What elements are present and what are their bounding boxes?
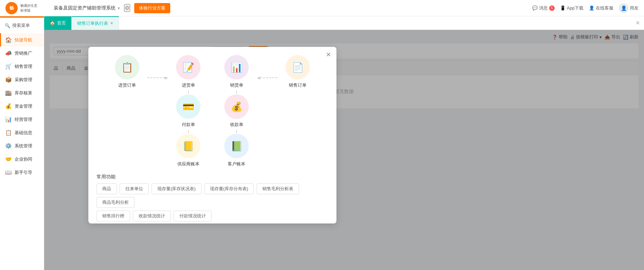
app-download-button[interactable]: 📱 App下载	[560, 5, 584, 11]
logo-area: 畅 畅通好生意标准版	[5, 2, 50, 14]
sidebar-item-system[interactable]: ⚙️系统管理	[0, 139, 44, 152]
sidebar-item-label-sales: 销售管理	[15, 64, 32, 70]
sidebar-item-icon-quick-nav: 🏠	[5, 37, 12, 43]
sp2	[147, 134, 168, 167]
sidebar-item-label-enterprise: 企业协同	[15, 156, 32, 162]
arrow-po-to-pb: ▶	[147, 75, 168, 80]
customer-icon-circle: 📗	[224, 134, 249, 158]
flow-node-sales-bill: 📊 销货单	[216, 55, 257, 88]
sidebar-item-purchase[interactable]: 📦采购管理	[0, 73, 44, 86]
receipt-label: 收款单	[230, 122, 243, 128]
sales-order-icon-circle: 📄	[285, 55, 310, 79]
search-menu-button[interactable]: 🔍 搜索菜单	[3, 20, 41, 31]
sidebar-item-icon-sales: 🛒	[5, 63, 12, 70]
logo-icon: 畅	[5, 2, 18, 14]
payment-label: 付款单	[182, 122, 195, 128]
trial-button[interactable]: 体验行业方案	[134, 3, 170, 13]
modal-close-button[interactable]: ✕	[326, 51, 331, 58]
da-pay: ↓	[168, 128, 209, 134]
search-icon: 🔍	[5, 23, 10, 28]
download-icon: 📱	[560, 5, 565, 11]
func-btn-现存量(库存分布表)[interactable]: 现存量(库存分布表)	[204, 183, 254, 194]
flow-row-3: 📒 供应商账本 📗 客户账本	[97, 134, 328, 167]
sidebar-item-inventory[interactable]: 🏬库存核算	[0, 86, 44, 100]
sales-order-label: 销售订单	[289, 82, 307, 88]
func-btn-往来单位[interactable]: 往来单位	[120, 183, 149, 194]
dropdown-arrow-icon[interactable]: ▾	[118, 5, 120, 11]
sidebar-item-label-marketing: 营销推广	[15, 50, 32, 56]
sidebar-item-icon-purchase: 📦	[5, 76, 12, 83]
func-btn-销售毛利分析表[interactable]: 销售毛利分析表	[257, 183, 299, 194]
spacer10	[277, 94, 318, 128]
close-all-icon[interactable]: ✕	[636, 20, 640, 26]
payment-icon: 💳	[182, 101, 194, 112]
sidebar-item-label-operation: 经营管理	[15, 116, 32, 123]
sales-bill-icon: 📊	[231, 62, 243, 73]
spacer8	[209, 94, 216, 128]
spacer5	[277, 88, 318, 94]
common-func-title: 常用功能	[97, 174, 328, 180]
tab-close-all[interactable]: ✕	[636, 20, 644, 26]
func-btn-商品毛利分析[interactable]: 商品毛利分析	[97, 197, 135, 208]
tab-home[interactable]: 🏠 首页	[44, 16, 72, 30]
spacer4	[257, 88, 277, 94]
flow-node-payment: 💳 付款单	[168, 94, 209, 128]
flow-diagram: 📋 进货订单 ▶	[97, 55, 328, 167]
sidebar-item-label-system: 系统管理	[15, 143, 32, 149]
sales-order-icon: 📄	[292, 62, 304, 73]
sidebar-item-icon-inventory: 🏬	[5, 90, 12, 96]
logo-text: 畅通好生意标准版	[20, 3, 37, 13]
sidebar-item-quick-nav[interactable]: 🏠快捷导航	[0, 33, 44, 47]
top-bar: 畅 畅通好生意标准版 装备及固定资产辅助管理系统 ▾ ⚙ 体验行业方案 💬 消息…	[0, 0, 644, 16]
sidebar-item-sales[interactable]: 🛒销售管理	[0, 60, 44, 73]
sidebar-item-enterprise[interactable]: 🤝企业协同	[0, 152, 44, 166]
sidebar-item-icon-basic: 📋	[5, 129, 12, 136]
tab-close-button[interactable]: ✕	[110, 21, 113, 25]
online-service-button[interactable]: 👤 在线客服	[589, 5, 613, 11]
func-btn-现存量(库存状况表)[interactable]: 现存量(库存状况表)	[152, 183, 202, 194]
supplier-label: 供应商账本	[177, 161, 199, 167]
sidebar-item-label-finance: 资金管理	[15, 103, 32, 109]
page-content: ❓ 帮助 🖨 按模板打印 ▾ 📤 导出 🔄 刷新	[44, 30, 644, 270]
message-badge: 5	[549, 5, 555, 11]
down-arrow-purchase-bill-icon: ↓	[187, 88, 190, 94]
flow-row-arrows2: ↓ ↓	[97, 128, 328, 134]
down-arrow-sales-bill-icon: ↓	[235, 88, 238, 94]
sidebar-item-icon-finance: 💰	[5, 103, 12, 109]
flow-node-customer: 📗 客户账本	[216, 134, 257, 167]
purchase-order-icon: 📋	[121, 62, 133, 73]
home-icon: 🏠	[50, 20, 55, 25]
app-container: 畅 畅通好生意标准版 装备及固定资产辅助管理系统 ▾ ⚙ 体验行业方案 💬 消息…	[0, 0, 644, 270]
message-button[interactable]: 💬 消息 5	[532, 5, 555, 11]
flow-node-sales-order: 📄 销售订单	[277, 55, 318, 88]
main-area: 🔍 搜索菜单 🏠快捷导航📣营销推广🛒销售管理📦采购管理🏬库存核算💰资金管理📊经营…	[0, 16, 644, 270]
tab-sales-order[interactable]: 销售订单执行表 ✕	[72, 16, 119, 30]
settings-gear-button[interactable]: ⚙	[124, 4, 130, 12]
arrow-so-to-sb: ◀	[257, 75, 277, 80]
content-area: 🏠 首页 销售订单执行表 ✕ ✕ ❓ 帮助	[44, 16, 644, 270]
spacer2	[147, 88, 168, 94]
sidebar-item-basic[interactable]: 📋基础信息	[0, 126, 44, 139]
sidebar-item-label-newbie: 新手引导	[15, 169, 32, 176]
flow-row-2: 💳 付款单 💰 收款单	[97, 94, 328, 128]
sidebar-item-finance[interactable]: 💰资金管理	[0, 100, 44, 113]
spacer1	[107, 88, 147, 94]
sidebar-item-icon-operation: 📊	[5, 116, 12, 123]
sidebar-item-operation[interactable]: 📊经营管理	[0, 113, 44, 126]
func-btn-销售排行榜[interactable]: 销售排行榜	[97, 211, 130, 221]
func-buttons-row2: 销售排行榜收款情况统计付款情况统计	[97, 211, 328, 221]
sp3	[209, 134, 216, 167]
sidebar-item-label-purchase: 采购管理	[15, 77, 32, 83]
s3	[209, 128, 216, 134]
func-btn-收款情况统计[interactable]: 收款情况统计	[133, 211, 171, 221]
sidebar-item-newbie[interactable]: 📖新手引导	[0, 166, 44, 179]
modal-overlay[interactable]: ✕ 📋 进货订单	[44, 30, 644, 270]
func-btn-付款情况统计[interactable]: 付款情况统计	[174, 211, 212, 221]
supplier-icon-circle: 📒	[176, 134, 201, 158]
purchase-order-label: 进货订单	[118, 82, 136, 88]
func-btn-商品[interactable]: 商品	[97, 183, 117, 194]
sidebar: 🔍 搜索菜单 🏠快捷导航📣营销推广🛒销售管理📦采购管理🏬库存核算💰资金管理📊经营…	[0, 16, 44, 270]
sidebar-item-marketing[interactable]: 📣营销推广	[0, 47, 44, 60]
user-menu-button[interactable]: 👤 用友	[619, 3, 639, 13]
sidebar-item-label-inventory: 库存核算	[15, 90, 32, 96]
